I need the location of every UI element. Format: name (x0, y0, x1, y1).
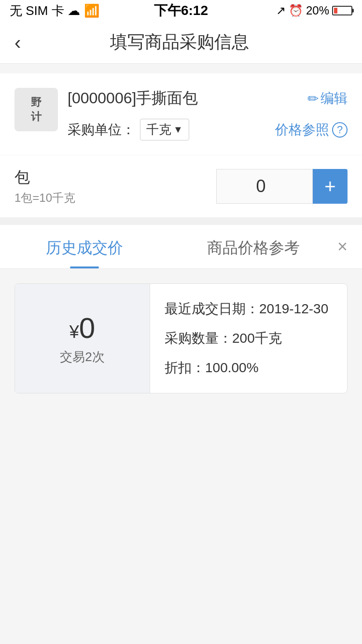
unit-label: 采购单位： (68, 121, 135, 139)
no-sim-label: 无 SIM 卡 ☁ (10, 2, 80, 19)
detail-date-label: 最近成交日期： (165, 301, 259, 316)
product-name: [0000006]手撕面包 (68, 88, 198, 109)
tab-history-label: 历史成交价 (46, 239, 123, 256)
edit-icon: ✏ (307, 91, 319, 107)
status-left: 无 SIM 卡 ☁ 📶 (10, 2, 99, 19)
price-card-right: 最近成交日期：2019-12-30 采购数量：200千克 折扣：100.00% (150, 284, 347, 393)
back-button[interactable]: ‹ (14, 33, 21, 52)
battery-percent: 20% (306, 4, 329, 17)
price-card-left: ¥0 交易2次 (15, 284, 150, 393)
product-logo: 野 计 (14, 88, 58, 131)
edit-button[interactable]: ✏ 编辑 (307, 89, 348, 108)
price-card: ¥0 交易2次 最近成交日期：2019-12-30 采购数量：200千克 折扣：… (14, 283, 348, 393)
price-currency: ¥ (70, 322, 79, 342)
price-amount: ¥0 (70, 311, 95, 345)
quantity-control: + (216, 169, 348, 204)
quantity-input[interactable] (216, 169, 313, 204)
status-time: 下午6:12 (154, 1, 208, 20)
price-trade-count: 交易2次 (60, 349, 104, 365)
unit-selector[interactable]: 千克 ▼ (140, 119, 189, 140)
price-detail-discount: 折扣：100.00% (165, 357, 333, 379)
tab-close-button[interactable]: × (333, 232, 352, 262)
status-bar: 无 SIM 卡 ☁ 📶 下午6:12 ↗ ⏰ 20% (0, 0, 362, 21)
nav-bar: ‹ 填写商品采购信息 (0, 21, 362, 64)
divider (0, 217, 362, 225)
detail-discount-label: 折扣： (165, 360, 205, 375)
product-unit-row: 采购单位： 千克 ▼ 价格参照 ? (68, 119, 348, 140)
product-unit-left: 采购单位： 千克 ▼ (68, 119, 189, 140)
price-value: 0 (79, 312, 95, 344)
detail-discount-value: 100.00% (205, 360, 259, 375)
price-detail-qty: 采购数量：200千克 (165, 328, 333, 350)
product-title: 手撕面包 (136, 89, 198, 107)
edit-label: 编辑 (320, 89, 348, 108)
wifi-icon: 📶 (84, 3, 99, 18)
tab-priceref-label: 商品价格参考 (207, 239, 300, 256)
detail-qty-value: 200千克 (232, 331, 282, 346)
unit-value: 千克 (146, 121, 171, 138)
price-ref-help-icon: ? (332, 122, 348, 138)
detail-qty-label: 采购数量： (165, 331, 232, 346)
product-header: [0000006]手撕面包 ✏ 编辑 (68, 88, 348, 109)
location-icon: ↗ (276, 4, 286, 17)
status-right: ↗ ⏰ 20% (276, 4, 352, 17)
content-area: ¥0 交易2次 最近成交日期：2019-12-30 采购数量：200千克 折扣：… (0, 269, 362, 462)
quantity-section: 包 1包=10千克 + (0, 155, 362, 217)
logo-top: 野 (31, 95, 42, 110)
product-row: 野 计 [0000006]手撕面包 ✏ 编辑 采购单位： 千克 ▼ (14, 88, 348, 140)
price-ref-label: 价格参照 (275, 121, 329, 139)
page-title: 填写商品采购信息 (30, 30, 328, 54)
price-ref-button[interactable]: 价格参照 ? (275, 121, 348, 139)
tab-history-price[interactable]: 历史成交价 (0, 225, 169, 268)
price-detail-date: 最近成交日期：2019-12-30 (165, 298, 333, 320)
dropdown-icon: ▼ (173, 124, 183, 135)
quantity-unit-name: 包 (14, 167, 75, 188)
detail-date-value: 2019-12-30 (259, 301, 328, 316)
logo-bottom: 计 (31, 110, 42, 124)
alarm-icon: ⏰ (289, 4, 303, 17)
tab-price-ref[interactable]: 商品价格参考 (169, 225, 338, 268)
product-info: [0000006]手撕面包 ✏ 编辑 采购单位： 千克 ▼ 价格参照 ? (68, 88, 348, 140)
product-id: [0000006] (68, 89, 136, 107)
product-section: 野 计 [0000006]手撕面包 ✏ 编辑 采购单位： 千克 ▼ (0, 73, 362, 155)
quantity-unit-convert: 1包=10千克 (14, 190, 75, 206)
quantity-label: 包 1包=10千克 (14, 167, 75, 206)
quantity-plus-button[interactable]: + (313, 169, 348, 204)
tab-bar: 历史成交价 商品价格参考 × (0, 225, 362, 269)
battery-icon (332, 6, 352, 15)
